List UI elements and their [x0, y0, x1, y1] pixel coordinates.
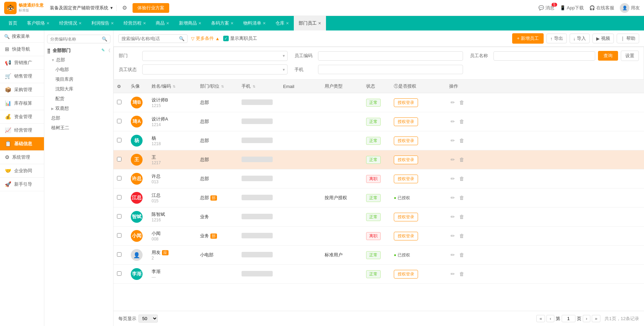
- close-icon[interactable]: ✕: [143, 21, 146, 26]
- dept-collapse-icon[interactable]: 《: [106, 48, 110, 54]
- sidebar-item-purchase[interactable]: 📦 采购管理: [0, 83, 44, 97]
- row-checkbox[interactable]: [117, 100, 121, 104]
- auth-button[interactable]: 授权登录: [394, 98, 418, 107]
- delete-button[interactable]: 🗑: [458, 175, 466, 182]
- delete-button[interactable]: 🗑: [458, 232, 466, 239]
- close-icon[interactable]: ✕: [286, 21, 289, 26]
- delete-button[interactable]: 🗑: [458, 137, 466, 144]
- auth-button[interactable]: 授权登录: [394, 136, 418, 145]
- dept-item-xiao-dian[interactable]: 小电部: [44, 65, 113, 74]
- edit-button[interactable]: ✏: [449, 232, 456, 240]
- phone-input[interactable]: [318, 65, 463, 74]
- dept-item-head[interactable]: ▼ 总部: [44, 55, 113, 65]
- edit-button[interactable]: ✏: [449, 175, 456, 183]
- row-checkbox[interactable]: [117, 157, 121, 161]
- tab-barcode[interactable]: 条码方案 ✕: [206, 16, 238, 30]
- delete-button[interactable]: 🗑: [458, 99, 466, 106]
- edit-button[interactable]: ✏: [449, 118, 456, 125]
- trial-button[interactable]: 体验行业方案: [133, 3, 169, 13]
- auth-button[interactable]: 授权登录: [394, 213, 418, 221]
- dept-search-input[interactable]: [50, 37, 102, 42]
- dept-item-peihuo[interactable]: 配货: [44, 94, 113, 104]
- close-icon[interactable]: ✕: [230, 21, 234, 26]
- sidebar-item-guide[interactable]: 🚀 新手引导: [0, 178, 44, 191]
- status-select[interactable]: [142, 64, 288, 74]
- status-select-wrap[interactable]: [142, 64, 288, 74]
- user-menu[interactable]: 👤 用友: [620, 3, 640, 13]
- dept-edit-icon[interactable]: ✎: [101, 48, 105, 54]
- col-dept[interactable]: 部门/职位 ⇅: [197, 80, 238, 93]
- edit-button[interactable]: ✏: [449, 99, 456, 106]
- row-checkbox[interactable]: [117, 138, 121, 142]
- dept-item-zhishu[interactable]: 植树王二: [44, 123, 113, 133]
- edit-button[interactable]: ✏: [449, 213, 456, 221]
- row-checkbox[interactable]: [117, 176, 121, 180]
- last-page-button[interactable]: »: [592, 315, 600, 322]
- import-button[interactable]: ↓ 导入: [570, 34, 590, 43]
- messages-button[interactable]: 💬 5 消息: [538, 5, 554, 11]
- dept-item-shenyang[interactable]: 沈阳大库: [44, 84, 113, 94]
- more-filter-button[interactable]: ▽ 更多条件 ▲: [191, 35, 220, 42]
- sidebar-item-inventory[interactable]: 📊 库存核算: [0, 97, 44, 110]
- dept-item-project[interactable]: 项目库房: [44, 74, 113, 84]
- system-name[interactable]: 装备及固定资产辅助管理系统 ▾: [46, 5, 117, 11]
- tab-customer[interactable]: 客户联络 ✕: [22, 16, 54, 30]
- video-button[interactable]: ▶ 视频: [592, 34, 614, 43]
- help-button[interactable]: ｜ 帮助: [617, 34, 639, 43]
- tab-warehouse[interactable]: 仓库 ✕: [271, 16, 294, 30]
- row-checkbox[interactable]: [117, 271, 121, 276]
- tab-profit[interactable]: 利润报告 ✕: [87, 16, 119, 30]
- dept-select-wrap[interactable]: [142, 51, 288, 61]
- row-checkbox[interactable]: [117, 195, 121, 200]
- page-input[interactable]: [562, 315, 575, 322]
- delete-button[interactable]: 🗑: [458, 156, 466, 163]
- sidebar-item-basic[interactable]: 📋 基础信息: [0, 137, 44, 151]
- sidebar-item-marketing[interactable]: 📢 营销推广: [0, 56, 44, 70]
- tab-home[interactable]: 首页: [3, 16, 22, 30]
- close-icon[interactable]: ✕: [46, 21, 49, 26]
- close-icon[interactable]: ✕: [263, 21, 266, 26]
- sidebar-item-quick-nav[interactable]: ⊞ 快捷导航: [0, 43, 44, 56]
- row-checkbox[interactable]: [117, 214, 121, 219]
- next-page-button[interactable]: ›: [583, 315, 590, 322]
- tab-goods[interactable]: 商品 ✕: [151, 16, 174, 30]
- online-service-button[interactable]: 🎧 在线客服: [589, 5, 614, 11]
- sidebar-item-system[interactable]: ⚙ 系统管理: [0, 151, 44, 164]
- search-input[interactable]: [121, 36, 177, 41]
- delete-button[interactable]: 🗑: [458, 270, 466, 277]
- tab-operation[interactable]: 经营情况 ✕: [54, 16, 87, 30]
- close-icon[interactable]: ✕: [198, 21, 201, 26]
- sidebar-item-finance[interactable]: 💰 资金管理: [0, 110, 44, 124]
- close-icon[interactable]: ✕: [79, 21, 82, 26]
- tab-employees[interactable]: 部门员工 ✕: [294, 16, 326, 30]
- reset-button[interactable]: 设置: [621, 51, 639, 61]
- first-page-button[interactable]: «: [536, 315, 545, 322]
- emp-code-input[interactable]: [318, 51, 463, 61]
- tab-add-goods[interactable]: 新增商品 ✕: [174, 16, 206, 30]
- delete-button[interactable]: 🗑: [458, 213, 466, 220]
- page-size-select[interactable]: 50 20 100: [138, 315, 158, 323]
- auth-button[interactable]: 授权登录: [394, 270, 418, 279]
- search-button[interactable]: 查询: [598, 51, 618, 61]
- add-employee-button[interactable]: + 新增员工: [512, 33, 544, 44]
- edit-button[interactable]: ✏: [449, 251, 456, 259]
- row-checkbox[interactable]: [117, 252, 121, 257]
- dept-select[interactable]: [142, 51, 288, 61]
- auth-button[interactable]: 授权登录: [394, 175, 418, 183]
- search-input-wrap[interactable]: 🔍: [118, 34, 188, 43]
- emp-name-input[interactable]: [493, 51, 595, 61]
- tab-bom[interactable]: 物料清单 ✕: [238, 16, 271, 30]
- app-download-button[interactable]: 📱 App下载: [560, 5, 584, 11]
- edit-button[interactable]: ✏: [449, 270, 456, 278]
- col-phone[interactable]: 手机 ⇅: [238, 80, 280, 93]
- prev-page-button[interactable]: ‹: [546, 315, 554, 322]
- col-name[interactable]: 姓名/编码 ⇅: [148, 80, 197, 93]
- auth-button[interactable]: 授权登录: [394, 156, 418, 164]
- search-menu[interactable]: 🔍 搜索菜单: [0, 30, 44, 43]
- auth-button[interactable]: 授权登录: [394, 232, 418, 240]
- edit-button[interactable]: ✏: [449, 156, 456, 164]
- row-checkbox[interactable]: [117, 119, 121, 123]
- col-settings[interactable]: ⚙: [114, 80, 127, 93]
- delete-button[interactable]: 🗑: [458, 118, 466, 125]
- delete-button[interactable]: 🗑: [458, 251, 466, 258]
